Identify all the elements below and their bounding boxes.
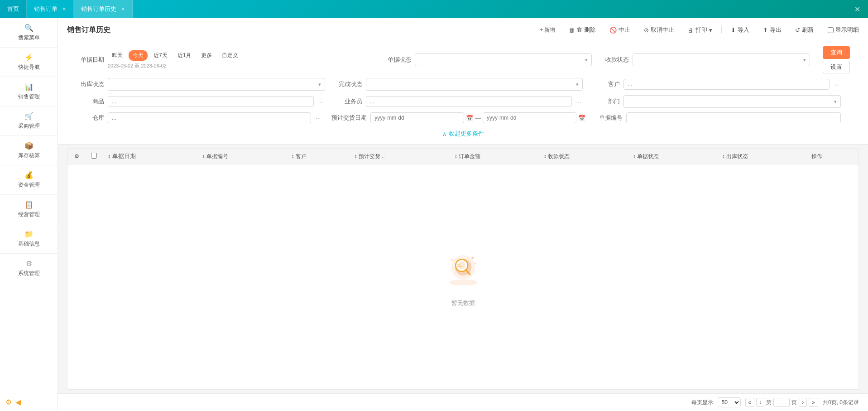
refresh-button[interactable]: ↺ 刷新 bbox=[791, 24, 818, 36]
bill-status-select[interactable]: ▾ bbox=[415, 53, 592, 66]
content-area: 销售订单历史 + 新增 🗑 🗑 删除 🚫 中止 ⊘ 取消中止 bbox=[58, 18, 868, 411]
stop-button[interactable]: 🚫 中止 bbox=[605, 24, 635, 36]
goods-dots[interactable]: ··· bbox=[317, 98, 325, 105]
completion-status-select[interactable]: ▾ bbox=[366, 78, 583, 91]
delivery-date-from-input[interactable] bbox=[370, 112, 464, 123]
toolbar-divider-1 bbox=[721, 26, 722, 34]
customer-dots[interactable]: ··· bbox=[832, 81, 841, 88]
goods-input[interactable] bbox=[108, 96, 314, 107]
col-date-label: ↕ 单据日期 bbox=[108, 153, 136, 160]
bill-status-chevron: ▾ bbox=[585, 57, 588, 63]
finance-icon: 💰 bbox=[24, 171, 34, 179]
salesperson-input[interactable] bbox=[366, 96, 572, 107]
tab-home[interactable]: 首页 bbox=[0, 0, 27, 18]
customer-input[interactable] bbox=[623, 79, 830, 90]
salesperson-dots[interactable]: ··· bbox=[575, 98, 583, 105]
delete-button[interactable]: 🗑 🗑 删除 bbox=[564, 24, 600, 36]
sidebar-item-operations[interactable]: 📋 经营管理 bbox=[0, 195, 58, 224]
warehouse-dots[interactable]: ··· bbox=[314, 115, 322, 121]
delivery-date-label: 预计交货日期 bbox=[331, 114, 370, 122]
bill-number-field bbox=[626, 112, 850, 123]
col-checkbox bbox=[86, 149, 102, 164]
col-number[interactable]: ↕ 单据编号 bbox=[197, 149, 286, 164]
date-calendar-icon-from[interactable]: 📅 bbox=[466, 115, 473, 121]
print-button[interactable]: 🖨 打印 ▾ bbox=[683, 24, 717, 36]
settings-button[interactable]: 设置 bbox=[823, 61, 850, 73]
date-tab-1month[interactable]: 近1月 bbox=[173, 50, 196, 61]
sidebar-item-purchase-mgmt[interactable]: 🛒 采购管理 bbox=[0, 106, 58, 136]
sidebar-settings-icon[interactable]: ⚙ bbox=[5, 398, 12, 406]
first-page-button[interactable]: « bbox=[745, 398, 755, 407]
warehouse-input[interactable] bbox=[108, 112, 311, 123]
col-receipt-status[interactable]: ↕ 收款状态 bbox=[538, 149, 628, 164]
delivery-status-select[interactable]: ▾ bbox=[108, 78, 325, 91]
date-tab-more[interactable]: 更多 bbox=[197, 50, 216, 61]
date-tab-custom[interactable]: 自定义 bbox=[218, 50, 242, 61]
sales-order-tab-close[interactable]: ✕ bbox=[62, 6, 66, 12]
display-detail-label: 显示明细 bbox=[828, 26, 859, 34]
filter-row-4: 仓库 ··· 预计交货日期 📅 — 📅 单据编号 bbox=[76, 112, 850, 123]
date-calendar-icon-to[interactable]: 📅 bbox=[578, 115, 585, 121]
export-button[interactable]: ⬆ 导出 bbox=[758, 24, 786, 36]
completion-status-chevron: ▾ bbox=[576, 82, 579, 87]
sidebar-item-quick-nav[interactable]: ⚡ 快捷导航 bbox=[0, 48, 58, 77]
date-tab-today[interactable]: 今天 bbox=[129, 50, 148, 61]
sidebar: 🔍 搜索菜单 ⚡ 快捷导航 📊 销售管理 🛒 采购管理 📦 库存核算 💰 资金管… bbox=[0, 18, 58, 411]
col-bill-status[interactable]: ↕ 单据状态 bbox=[628, 149, 717, 164]
tab-sales-order[interactable]: 销售订单 ✕ bbox=[27, 0, 74, 18]
last-page-button[interactable]: » bbox=[809, 398, 818, 407]
date-field: 昨天 今天 近7天 近1月 更多 自定义 2023-06-02 至 2023-0… bbox=[108, 50, 383, 69]
sidebar-item-sales-mgmt[interactable]: 📊 销售管理 bbox=[0, 77, 58, 106]
new-button[interactable]: + 新增 bbox=[535, 24, 560, 36]
basic-info-icon: 📁 bbox=[24, 230, 34, 238]
next-page-button[interactable]: › bbox=[799, 398, 807, 407]
delivery-date-to-input[interactable] bbox=[483, 112, 576, 123]
svg-point-0 bbox=[449, 280, 477, 285]
page-title: 销售订单历史 bbox=[67, 25, 110, 35]
per-page-select[interactable]: 10 20 50 100 bbox=[718, 397, 741, 407]
sidebar-item-inventory[interactable]: 📦 库存核算 bbox=[0, 136, 58, 165]
table-footer: 每页显示 10 20 50 100 « ‹ 第 1 页 › » 共0页, 0条记… bbox=[58, 393, 868, 411]
bill-number-input[interactable] bbox=[626, 112, 841, 123]
delivery-status-label: 出库状态 bbox=[76, 80, 108, 88]
col-delivery-status[interactable]: ↕ 出库状态 bbox=[717, 149, 806, 164]
receipt-status-select[interactable]: ▾ bbox=[633, 53, 810, 66]
prev-page-button[interactable]: ‹ bbox=[756, 398, 764, 407]
display-detail-checkbox[interactable] bbox=[828, 27, 834, 33]
cancel-stop-button[interactable]: ⊘ 取消中止 bbox=[639, 24, 679, 36]
sidebar-search[interactable]: 🔍 搜索菜单 bbox=[0, 18, 58, 48]
window-close-button[interactable]: ✕ bbox=[852, 4, 863, 15]
sidebar-item-basic-info[interactable]: 📁 基础信息 bbox=[0, 224, 58, 254]
sales-order-history-tab-close[interactable]: ✕ bbox=[121, 6, 125, 12]
query-button[interactable]: 查询 bbox=[823, 46, 850, 59]
sidebar-item-system-mgmt-label: 系统管理 bbox=[18, 270, 40, 277]
department-select[interactable]: ▾ bbox=[623, 95, 841, 108]
date-tab-7days[interactable]: 近7天 bbox=[149, 50, 172, 61]
col-amount[interactable]: ↕ 订单金额 bbox=[449, 149, 538, 164]
col-operation: 操作 bbox=[806, 149, 858, 164]
date-tab-yesterday[interactable]: 昨天 bbox=[108, 50, 127, 61]
col-delivery-date[interactable]: ↕ 预计交货... bbox=[349, 149, 449, 164]
sidebar-collapse-icon[interactable]: ◀ bbox=[15, 398, 21, 406]
per-page-label: 每页显示 bbox=[691, 399, 713, 406]
sidebar-item-system-mgmt[interactable]: ⚙ 系统管理 bbox=[0, 254, 58, 283]
import-icon: ⬇ bbox=[731, 27, 736, 34]
warehouse-label: 仓库 bbox=[76, 114, 108, 122]
export-icon: ⬆ bbox=[763, 27, 768, 34]
import-button[interactable]: ⬇ 导入 bbox=[726, 24, 754, 36]
bill-number-label: 单据编号 bbox=[595, 114, 626, 122]
col-date[interactable]: ↕ 单据日期 bbox=[102, 149, 197, 164]
toolbar-divider-2 bbox=[823, 26, 823, 34]
page-number-input[interactable]: 1 bbox=[773, 398, 790, 407]
collapse-row[interactable]: ∧ 收起更多条件 bbox=[76, 128, 850, 140]
delete-label: 🗑 删除 bbox=[576, 26, 596, 34]
department-label: 部门 bbox=[592, 97, 623, 106]
col-settings[interactable]: ⚙ bbox=[67, 149, 86, 164]
delivery-status-chevron: ▾ bbox=[318, 82, 321, 87]
col-customer[interactable]: ↕ 客户 bbox=[286, 149, 349, 164]
print-dropdown-icon: ▾ bbox=[709, 27, 712, 34]
select-all-checkbox[interactable] bbox=[91, 153, 97, 159]
sidebar-item-finance[interactable]: 💰 资金管理 bbox=[0, 165, 58, 195]
purchase-mgmt-icon: 🛒 bbox=[24, 112, 34, 121]
tab-sales-order-history[interactable]: 销售订单历史 ✕ bbox=[74, 0, 133, 18]
